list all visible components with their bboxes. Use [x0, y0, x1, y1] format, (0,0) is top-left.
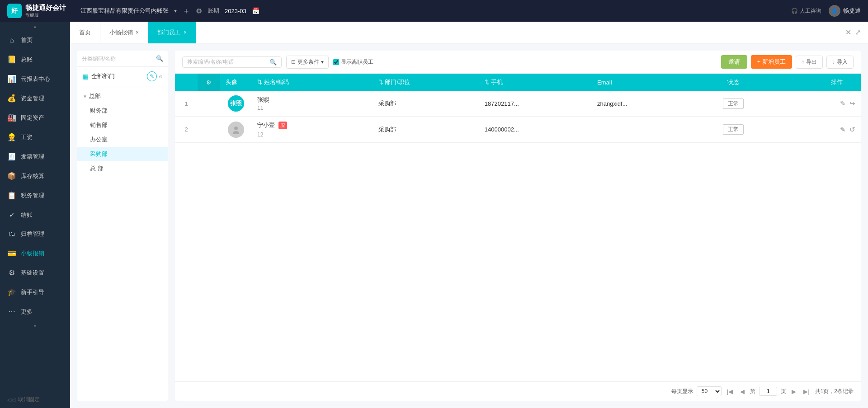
edit-icon[interactable]: ✎	[840, 99, 846, 108]
invoices-icon: 🧾	[7, 152, 16, 161]
dept-item-bangong[interactable]: 办公室	[77, 132, 168, 147]
search-icon[interactable]: 🔍	[269, 59, 277, 66]
fixed-assets-icon: 🏭	[7, 113, 16, 122]
cancel-fixed-button[interactable]: ◁◁ 取消固定	[0, 391, 70, 408]
sidebar-item-general-ledger[interactable]: 📒 总账	[0, 50, 70, 69]
tab-maximize-button[interactable]: ⤢	[855, 28, 861, 37]
dept-item-label: 总部	[89, 92, 101, 100]
per-page-label: 每页显示	[671, 388, 693, 395]
sidebar-item-close[interactable]: ✓ 结账	[0, 205, 70, 225]
employee-code: 11	[257, 105, 368, 111]
tab-expense[interactable]: 小畅报销 ×	[100, 22, 148, 43]
dept-item-caiwu[interactable]: 财务部	[77, 103, 168, 118]
sidebar-item-settings[interactable]: ⚙ 基础设置	[0, 263, 70, 282]
sidebar-item-fixed-assets[interactable]: 🏭 固定资产	[0, 108, 70, 127]
dept-edit-button[interactable]: ✎	[147, 71, 157, 81]
tab-employees-close[interactable]: ×	[184, 29, 187, 36]
per-page-select[interactable]: 50 100 200	[697, 386, 722, 396]
header-settings-button[interactable]: ⚙	[196, 7, 202, 15]
sidebar-item-funds[interactable]: 💰 资金管理	[0, 89, 70, 108]
calendar-icon[interactable]: 📅	[252, 7, 259, 14]
sidebar-label-more: 更多	[21, 308, 33, 316]
invite-button[interactable]: 邀请	[721, 55, 747, 69]
dept-item-label: 销售部	[90, 121, 108, 129]
add-employee-button[interactable]: + 新增员工	[751, 55, 792, 69]
row-num: 2	[175, 117, 198, 143]
sidebar-label-guide: 新手引导	[21, 288, 44, 296]
tab-close-button[interactable]: ✕	[845, 28, 851, 37]
sidebar-item-archive[interactable]: 🗂 归档管理	[0, 225, 70, 244]
data-table: ⚙ 头像 ⇅ 姓名/编码 ⇅ 部门/职位 ⇅ 手机	[175, 74, 861, 381]
logo-text: 畅捷通好会计	[25, 4, 66, 12]
refresh-icon[interactable]: ↺	[849, 126, 855, 134]
sidebar-item-reports[interactable]: 📊 云报表中心	[0, 69, 70, 89]
sidebar-item-guide[interactable]: 🎓 新手引导	[0, 282, 70, 302]
dept-item-caigou[interactable]: 采购部	[77, 147, 168, 161]
show-resigned-label[interactable]: 显示离职员工	[333, 58, 373, 66]
pin-icon: ◁◁	[7, 397, 15, 403]
page-input[interactable]	[759, 387, 777, 396]
dept-collapse-button[interactable]: «	[159, 71, 162, 81]
add-company-button[interactable]: ＋	[182, 5, 190, 16]
sidebar-item-home[interactable]: ⌂ 首页	[0, 31, 70, 50]
filter-icon: ⊟	[291, 59, 296, 65]
toolbar-right: 邀请 + 新增员工 ↑ 导出 ↓ 导入	[721, 55, 854, 69]
user-area[interactable]: 👤 畅捷通	[829, 5, 861, 17]
col-actions: 操作	[773, 74, 861, 91]
table-row: 1 张照 张熙 11	[175, 91, 861, 117]
filter-button[interactable]: ⊟ 更多条件 ▾	[286, 56, 329, 69]
dept-item-zongbu[interactable]: ▼ 总部	[77, 89, 168, 103]
first-page-button[interactable]: |◀	[725, 387, 735, 396]
dept-item-zong[interactable]: 总 部	[77, 161, 168, 176]
company-dropdown-button[interactable]: ▾	[174, 8, 177, 14]
dept-item-xiaoshou[interactable]: 销售部	[77, 118, 168, 132]
show-resigned-checkbox[interactable]	[333, 59, 339, 65]
export-button[interactable]: ↑ 导出	[796, 56, 823, 69]
dept-header: ▦ 全部部门 ✎ «	[77, 67, 168, 86]
logout-icon[interactable]: ↪	[849, 99, 855, 108]
sidebar-item-inventory[interactable]: 📦 库存核算	[0, 166, 70, 186]
sidebar-label-tax: 税务管理	[21, 192, 44, 200]
grid-icon: ▦	[83, 73, 89, 80]
edit-icon[interactable]: ✎	[840, 126, 846, 134]
dept-search-input[interactable]	[82, 56, 153, 62]
prev-page-button[interactable]: ◀	[738, 387, 746, 396]
total-label: 共1页，2条记录	[815, 388, 854, 395]
settings-icon: ⚙	[7, 268, 16, 277]
ledger-icon: 📒	[7, 55, 16, 64]
table-panel: 🔍 ⊟ 更多条件 ▾ 显示离职员工 邀请 + 新增员工	[175, 51, 861, 401]
tab-expense-label: 小畅报销	[109, 28, 133, 37]
sidebar-label-expense: 小畅报销	[21, 249, 44, 258]
employee-search-input[interactable]	[187, 59, 267, 65]
sidebar-item-invoices[interactable]: 🧾 发票管理	[0, 147, 70, 166]
dept-header-controls: ✎ «	[147, 71, 162, 81]
sidebar-item-more[interactable]: ⋯ 更多	[0, 302, 70, 321]
tab-home[interactable]: 首页	[70, 22, 100, 43]
service-button[interactable]: 🎧 人工咨询	[791, 7, 821, 15]
last-page-button[interactable]: ▶|	[802, 387, 811, 396]
row-actions: ✎ ↪	[773, 91, 861, 117]
sidebar-label-ledger: 总账	[21, 56, 33, 64]
gear-icon[interactable]: ⚙	[206, 79, 212, 86]
row-phone: 140000002...	[479, 117, 592, 143]
tab-expense-close[interactable]: ×	[136, 29, 139, 36]
row-settings	[198, 117, 220, 143]
sidebar-item-tax[interactable]: 📋 税务管理	[0, 186, 70, 205]
period-label: 账期	[208, 7, 219, 15]
sidebar-label-funds: 资金管理	[21, 94, 44, 103]
import-button[interactable]: ↓ 导入	[826, 56, 854, 69]
sidebar-item-payroll[interactable]: 👷 工资	[0, 127, 70, 147]
show-resigned-text: 显示离职员工	[341, 58, 373, 66]
col-email: Email	[592, 74, 694, 91]
sidebar-item-expense[interactable]: 💳 小畅报销	[0, 244, 70, 263]
import-label: 导入	[837, 58, 848, 66]
row-num: 1	[175, 91, 198, 117]
tab-employees[interactable]: 部门员工 ×	[148, 22, 196, 43]
dept-search-icon[interactable]: 🔍	[156, 55, 163, 62]
next-page-button[interactable]: ▶	[790, 387, 798, 396]
payroll-icon: 👷	[7, 133, 16, 141]
sidebar-label-settings: 基础设置	[21, 269, 44, 277]
sidebar-scroll-up[interactable]: ▲	[0, 22, 70, 31]
tab-home-label: 首页	[79, 28, 91, 37]
sidebar-scroll-down[interactable]: ▾	[0, 321, 70, 330]
